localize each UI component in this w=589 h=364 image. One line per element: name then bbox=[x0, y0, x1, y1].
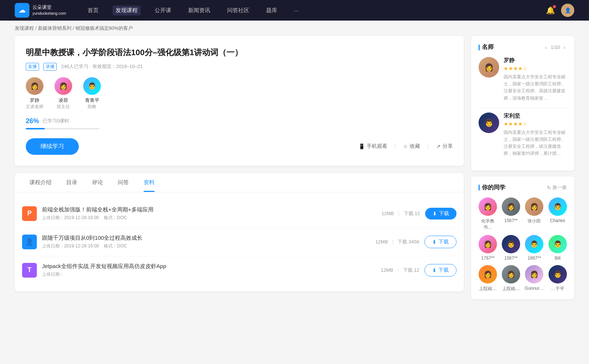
breadcrumb-current: 销冠修炼术搞定80%的客户 bbox=[75, 25, 133, 31]
action-mobile[interactable]: 📱 手机观看 bbox=[359, 143, 387, 150]
teacher-panel-name-0: 罗静 bbox=[504, 57, 567, 64]
download-button-2[interactable]: ⬇ 下载 bbox=[424, 264, 456, 276]
progress-bar-fill bbox=[26, 128, 45, 129]
progress-label: 26% 已学习0课时 bbox=[26, 117, 453, 125]
teacher-panel-info-1: 宋利坚 ★★★★☆ 国内某重点大学安全工程专业硕士，国家一级注册消防工程师、注册… bbox=[504, 113, 567, 157]
student-avatar-4: 👩 bbox=[479, 235, 497, 253]
teachers-prev-button[interactable]: ‹ bbox=[544, 44, 549, 51]
nav-item-news[interactable]: 新闻资讯 bbox=[185, 6, 213, 15]
action-share[interactable]: ↗ 分享 bbox=[436, 143, 453, 150]
download-button-1[interactable]: ⬇ 下载 bbox=[424, 236, 456, 248]
progress-text: 已学习0课时 bbox=[43, 118, 69, 124]
teacher-panel-avatar-1: 👨 bbox=[479, 113, 499, 133]
teacher-panel-item-0: 👩 罗静 ★★★★☆ 国内某重点大学安全工程专业硕士，国家一级注册消防工程师、注… bbox=[479, 57, 567, 102]
tab-intro[interactable]: 课程介绍 bbox=[22, 173, 59, 192]
progress-bar-background bbox=[26, 128, 99, 129]
student-name-8: 上院稿… bbox=[479, 286, 497, 292]
nav-item-qa[interactable]: 问答社区 bbox=[224, 6, 252, 15]
resource-meta-2: 上传日期： bbox=[42, 271, 375, 278]
user-avatar-nav[interactable]: 👤 bbox=[561, 4, 574, 17]
student-avatar-8: 👩 bbox=[479, 265, 497, 283]
students-panel-title: 你的同学 bbox=[479, 184, 505, 192]
nav-item-more[interactable]: ··· bbox=[291, 6, 302, 15]
teacher-panel-desc-0: 国内某重点大学安全工程专业硕士，国家一级注册消防工程师、注册安全工程师、高级注册… bbox=[504, 74, 567, 102]
refresh-button[interactable]: ↻ 换一换 bbox=[547, 184, 567, 191]
tab-resources[interactable]: 资料 bbox=[136, 173, 162, 192]
course-actions: 继续学习 📱 手机观看 | ☆ 收藏 | ↗ 分享 bbox=[26, 138, 453, 155]
student-avatar-11: 👨 bbox=[549, 265, 567, 283]
nav-item-public[interactable]: 公开课 bbox=[152, 6, 174, 15]
student-item-5: 👨1567** bbox=[502, 235, 521, 261]
logo[interactable]: ☁ 云朵课堂yunduoketang.com bbox=[15, 3, 66, 18]
student-item-8: 👩上院稿… bbox=[479, 265, 497, 292]
tab-catalog[interactable]: 目录 bbox=[59, 173, 85, 192]
teacher-role-0: 主讲老师 bbox=[26, 104, 43, 110]
progress-percent: 26% bbox=[26, 117, 39, 125]
teacher-avatar-0: 👩 bbox=[26, 77, 43, 95]
teacher-role-2: 助教 bbox=[88, 104, 96, 110]
teacher-panel-stars-0: ★★★★☆ bbox=[504, 65, 567, 71]
download-icon-1: ⬇ bbox=[432, 239, 437, 245]
teachers-page: 1/10 bbox=[551, 44, 560, 50]
badge-live: 直播 bbox=[26, 63, 39, 71]
resource-icon-1: 👤 bbox=[22, 235, 37, 249]
teacher-panel-name-1: 宋利坚 bbox=[504, 113, 567, 119]
resource-meta-1: 上传日期：2019-12-28 16:00 格式：DOC bbox=[42, 243, 370, 249]
student-avatar-10: 👩 bbox=[525, 265, 543, 283]
student-item-11: 👨…于平 bbox=[548, 265, 567, 292]
student-avatar-6: 👨 bbox=[525, 235, 543, 253]
student-name-3: Charles bbox=[550, 218, 565, 223]
student-name-7: Bill bbox=[555, 256, 561, 261]
student-avatar-3: 👨 bbox=[549, 197, 567, 216]
teacher-panel-desc-1: 国内某重点大学安全工程专业硕士，国家一级注册消防工程师、注册安全工程师，级注册建… bbox=[504, 129, 567, 157]
mobile-icon: 📱 bbox=[359, 143, 365, 149]
student-item-9: 👩上院稿… bbox=[502, 265, 521, 292]
resource-name-2: Jetpack全组件实战 开发短视频应用高仿皮皮虾App bbox=[42, 263, 375, 270]
teachers-panel-title: 名师 bbox=[479, 43, 494, 51]
tab-qa[interactable]: 问答 bbox=[110, 173, 136, 192]
bell-icon[interactable]: 🔔 bbox=[546, 6, 555, 15]
students-panel: 你的同学 ↻ 换一换 👩化学教书…👩1567**👩张小田👨Charles👩176… bbox=[471, 176, 574, 299]
resource-info-0: 前端全栈加强版！前端全栈+全周期+多端应用 上传日期：2019-12-28 16… bbox=[42, 206, 376, 221]
resource-name-0: 前端全栈加强版！前端全栈+全周期+多端应用 bbox=[42, 206, 376, 213]
teacher-item-1: 👩 凌荷 班主任 bbox=[54, 77, 72, 110]
course-meta: 直播 录播 246人已学习 · 有效期至：2019–10–21 bbox=[26, 63, 453, 71]
teachers-next-button[interactable]: › bbox=[562, 44, 567, 51]
tabs-section: 课程介绍 目录 评论 问答 资料 P 前端全栈加强版！前端全栈+全周期+多端应用… bbox=[15, 173, 464, 292]
tabs-header: 课程介绍 目录 评论 问答 资料 bbox=[15, 173, 464, 192]
teacher-name-1: 凌荷 bbox=[59, 97, 68, 104]
course-card: 明星中教授课，小学阶段语法100分–强化级第1讲动词（一） 直播 录播 246人… bbox=[15, 36, 464, 166]
student-item-4: 👩1767** bbox=[479, 235, 497, 261]
nav-item-discover[interactable]: 发现课程 bbox=[113, 6, 141, 15]
nav-item-home[interactable]: 首页 bbox=[85, 6, 102, 15]
resource-meta-0: 上传日期：2019-12-28 16:00 格式：DOC bbox=[42, 215, 376, 221]
teachers-panel-header: 名师 ‹ 1/10 › bbox=[479, 43, 567, 51]
left-column: 明星中教授课，小学阶段语法100分–强化级第1讲动词（一） 直播 录播 246人… bbox=[15, 36, 464, 305]
course-title: 明星中教授课，小学阶段语法100分–强化级第1讲动词（一） bbox=[26, 47, 453, 58]
download-button-0[interactable]: ⬇ 下载 bbox=[425, 208, 456, 220]
resource-size-2: 12MB | 下载 12 bbox=[381, 267, 419, 274]
share-icon: ↗ bbox=[436, 143, 441, 149]
teacher-name-0: 罗静 bbox=[30, 97, 39, 104]
tab-content-resources: P 前端全栈加强版！前端全栈+全周期+多端应用 上传日期：2019-12-28 … bbox=[15, 192, 464, 292]
resource-item-2: T Jetpack全组件实战 开发短视频应用高仿皮皮虾App 上传日期： 12M… bbox=[22, 256, 456, 284]
badge-record: 录播 bbox=[43, 63, 57, 71]
teachers-row: 👩 罗静 主讲老师 👩 凌荷 班主任 👨 青青平 bbox=[26, 77, 453, 110]
continue-button[interactable]: 继续学习 bbox=[26, 138, 79, 155]
teacher-role-1: 班主任 bbox=[57, 104, 70, 110]
students-panel-header: 你的同学 ↻ 换一换 bbox=[479, 184, 567, 192]
logo-icon: ☁ bbox=[15, 3, 29, 18]
teacher-panel-info-0: 罗静 ★★★★☆ 国内某重点大学安全工程专业硕士，国家一级注册消防工程师、注册安… bbox=[504, 57, 567, 102]
breadcrumb-link-series[interactable]: 新媒体营销系列 bbox=[38, 25, 71, 31]
resource-info-1: 跟随千万级项目从0到100全过程高效成长 上传日期：2019-12-28 16:… bbox=[42, 235, 370, 249]
breadcrumb-link-discover[interactable]: 发现课程 bbox=[15, 25, 34, 31]
student-name-0: 化学教书… bbox=[479, 218, 497, 231]
resource-name-1: 跟随千万级项目从0到100全过程高效成长 bbox=[42, 235, 370, 242]
notification-dot bbox=[553, 5, 556, 8]
action-collect[interactable]: ☆ 收藏 bbox=[403, 143, 420, 150]
nav-item-quiz[interactable]: 题库 bbox=[263, 6, 280, 15]
tab-review[interactable]: 评论 bbox=[85, 173, 110, 192]
nav-icons: 🔔 👤 bbox=[546, 4, 574, 17]
students-grid: 👩化学教书…👩1567**👩张小田👨Charles👩1767**👨1567**👨… bbox=[479, 197, 567, 292]
student-name-11: …于平 bbox=[551, 286, 564, 292]
